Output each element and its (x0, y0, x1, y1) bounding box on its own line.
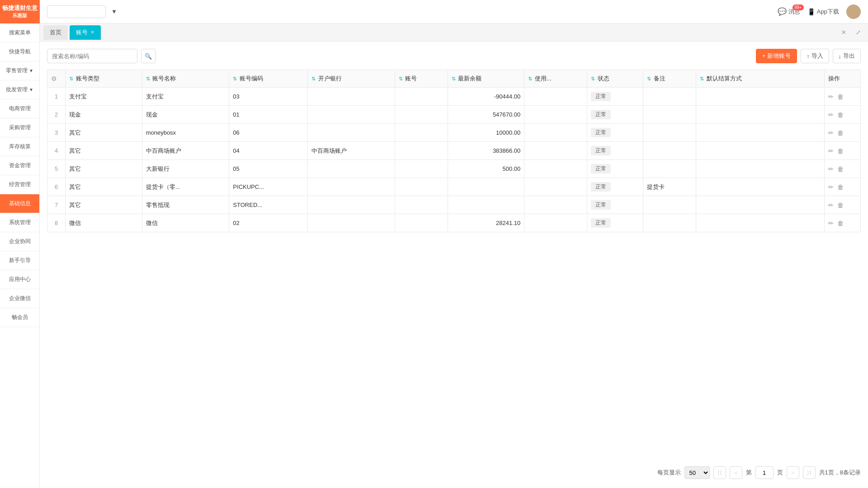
cell-status: 正常 (587, 124, 643, 142)
user-avatar[interactable] (846, 5, 861, 19)
search-area: 🔍 (47, 49, 156, 63)
app-logo: 畅捷通财生意 乐惠版 (0, 0, 40, 23)
first-page-button[interactable]: ⟨⟨ (713, 466, 726, 479)
sidebar-item-enterprise[interactable]: 企业协同 (0, 232, 39, 251)
col-status[interactable]: ⇅ 状态 (587, 70, 643, 88)
col-code-label: 账号编码 (240, 75, 263, 82)
add-account-label: + 新增账号 (762, 52, 791, 60)
export-button[interactable]: ↓ 导出 (833, 49, 861, 63)
edit-icon[interactable]: ✏ (828, 147, 834, 155)
add-account-button[interactable]: + 新增账号 (756, 49, 797, 63)
sidebar-item-ecommerce[interactable]: 电商管理 (0, 99, 39, 118)
sidebar-item-wholesale[interactable]: 批发管理 ▼ (0, 80, 39, 99)
edit-icon[interactable]: ✏ (828, 202, 834, 209)
col-bank[interactable]: ⇅ 开户银行 (308, 70, 395, 88)
status-badge: 正常 (591, 164, 611, 174)
tab-account[interactable]: 账号 ✕ (70, 25, 101, 40)
sidebar-item-inventory[interactable]: 库存核算 (0, 137, 39, 156)
status-sort-icon: ⇅ (591, 76, 595, 81)
sidebar-item-retail[interactable]: 零售管理 ▼ (0, 61, 39, 80)
cell-usage (524, 178, 587, 196)
sidebar-item-purchase[interactable]: 采购管理 (0, 118, 39, 137)
action-icons: ✏ 🗑 (828, 111, 857, 118)
col-remark[interactable]: ⇅ 备注 (643, 70, 696, 88)
delete-icon[interactable]: 🗑 (837, 165, 844, 173)
app-download-button[interactable]: 📱 App下载 (807, 8, 839, 16)
sidebar-item-guide[interactable]: 新手引导 (0, 251, 39, 270)
delete-icon[interactable]: 🗑 (837, 111, 844, 118)
sidebar-item-quick-nav[interactable]: 快捷导航 (0, 42, 39, 61)
search-button[interactable]: 🔍 (141, 49, 156, 63)
quick-nav-label: 快捷导航 (2, 48, 38, 56)
messages-button[interactable]: 💬 消息 99+ (778, 7, 800, 16)
col-type[interactable]: ⇅ 账号类型 (66, 70, 142, 88)
settings-icon[interactable]: ⚙ (51, 75, 57, 82)
col-code[interactable]: ⇅ 账号编码 (229, 70, 308, 88)
page-size-select[interactable]: 50 100 200 (684, 466, 710, 479)
page-toolbar: 🔍 + 新增账号 ↑ 导入 ↓ 导出 (47, 49, 861, 63)
current-page-input[interactable] (755, 466, 774, 479)
table-row: 5 其它 大新银行 05 500.00 正常 ✏ 🗑 (47, 160, 861, 178)
delete-icon[interactable]: 🗑 (837, 147, 844, 155)
tab-close-btn[interactable]: ✕ (837, 26, 850, 39)
col-name[interactable]: ⇅ 账号名称 (142, 70, 229, 88)
cell-actions: ✏ 🗑 (825, 142, 861, 160)
import-button[interactable]: ↑ 导入 (801, 49, 829, 63)
status-badge: 正常 (591, 128, 611, 137)
delete-icon[interactable]: 🗑 (837, 202, 844, 209)
search-icon: 🔍 (145, 53, 152, 60)
next-page-button[interactable]: ＞ (787, 466, 799, 479)
delete-icon[interactable]: 🗑 (837, 129, 844, 136)
col-settings[interactable]: ⚙ (47, 70, 66, 88)
message-icon: 💬 (778, 7, 787, 16)
delete-icon[interactable]: 🗑 (837, 183, 844, 191)
app-download-label: App下载 (817, 8, 839, 16)
sidebar-item-finance[interactable]: 资金管理 (0, 156, 39, 175)
edit-icon[interactable]: ✏ (828, 165, 834, 173)
tab-maximize-btn[interactable]: ⤢ (852, 26, 864, 39)
sidebar-item-system[interactable]: 系统管理 (0, 213, 39, 232)
header-search-input[interactable] (47, 5, 106, 18)
sidebar-item-membership[interactable]: 畅会员 (0, 308, 39, 327)
col-account[interactable]: ⇅ 账号 (395, 70, 448, 88)
sidebar-item-app-center[interactable]: 应用中心 (0, 270, 39, 289)
table-row: 3 其它 moneybosx 06 10000.00 正常 ✏ 🗑 (47, 124, 861, 142)
cell-settlement (696, 160, 824, 178)
sidebar-item-search-menu[interactable]: 搜索菜单 (0, 23, 39, 42)
cell-actions: ✏ 🗑 (825, 178, 861, 196)
col-settlement[interactable]: ⇅ 默认结算方式 (696, 70, 824, 88)
last-page-button[interactable]: ⟩⟩ (803, 466, 816, 479)
cell-code: 03 (229, 88, 308, 106)
col-usage[interactable]: ⇅ 使用... (524, 70, 587, 88)
header-row: ⚙ ⇅ 账号类型 ⇅ 账号名称 ⇅ 账号编码 (47, 70, 861, 88)
sidebar-item-operations[interactable]: 经营管理 (0, 175, 39, 194)
edit-icon[interactable]: ✏ (828, 93, 834, 100)
delete-icon[interactable]: 🗑 (837, 220, 844, 227)
membership-label: 畅会员 (2, 314, 38, 321)
delete-icon[interactable]: 🗑 (837, 93, 844, 100)
import-label: 导入 (811, 52, 823, 60)
top-header: ▼ 💬 消息 99+ 📱 App下载 (40, 0, 868, 23)
search-input[interactable] (47, 49, 137, 63)
inventory-label: 库存核算 (2, 143, 38, 150)
sidebar: 畅捷通财生意 乐惠版 搜索菜单 快捷导航 零售管理 ▼ 批发管理 ▼ 电商管理 … (0, 0, 40, 488)
cell-remark (643, 142, 696, 160)
tab-account-close-icon[interactable]: ✕ (90, 29, 94, 35)
header-dropdown[interactable]: ▼ (111, 8, 117, 15)
cell-account (395, 142, 448, 160)
tab-home[interactable]: 首页 (43, 25, 68, 40)
edit-icon[interactable]: ✏ (828, 220, 834, 227)
table-body: 1 支付宝 支付宝 03 -90444.00 正常 ✏ 🗑 2 现金 现金 01 (47, 88, 861, 232)
cell-settlement (696, 124, 824, 142)
cell-actions: ✏ 🗑 (825, 214, 861, 232)
action-icons: ✏ 🗑 (828, 183, 857, 191)
sidebar-item-basic-info[interactable]: 基础信息 (0, 194, 39, 213)
col-balance[interactable]: ⇅ 最新余额 (448, 70, 524, 88)
sidebar-item-enterprise-wechat[interactable]: 企业微信 (0, 289, 39, 308)
prev-page-button[interactable]: ＜ (730, 466, 742, 479)
cell-status: 正常 (587, 142, 643, 160)
edit-icon[interactable]: ✏ (828, 183, 834, 191)
cell-code: 05 (229, 160, 308, 178)
edit-icon[interactable]: ✏ (828, 129, 834, 136)
edit-icon[interactable]: ✏ (828, 111, 834, 118)
